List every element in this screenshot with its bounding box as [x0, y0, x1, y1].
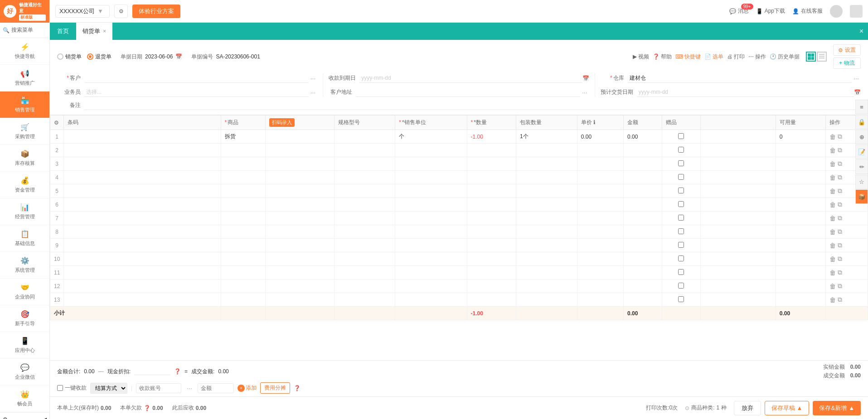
cell-barcode[interactable]	[64, 198, 221, 212]
cell-spec[interactable]	[334, 130, 395, 144]
col-scan-btn[interactable]: 扫码录入	[266, 116, 334, 130]
cell-spec[interactable]	[334, 293, 395, 307]
cell-barcode[interactable]	[64, 212, 221, 225]
cell-qty[interactable]	[467, 157, 516, 171]
float-btn-6[interactable]: ☆	[855, 174, 868, 189]
cell-pkg-qty[interactable]	[516, 157, 577, 171]
sidebar-item-basic-info[interactable]: 📋 基础信息	[0, 225, 49, 252]
float-btn-5[interactable]: ✏	[855, 159, 868, 174]
cell-product[interactable]	[221, 293, 266, 307]
cell-product[interactable]	[221, 225, 266, 239]
cell-spec[interactable]	[334, 171, 395, 184]
copy-row-icon[interactable]: ⧉	[838, 296, 842, 303]
cell-pkg-qty[interactable]: 1个	[516, 130, 577, 144]
select-btn[interactable]: 📄 选单	[704, 53, 723, 61]
tab-bar-close-icon[interactable]: ×	[859, 27, 863, 35]
cell-spec[interactable]	[334, 225, 395, 239]
copy-row-icon[interactable]: ⧉	[838, 133, 842, 140]
remarks-input[interactable]	[84, 101, 861, 110]
cell-barcode[interactable]	[64, 225, 221, 239]
cell-barcode[interactable]	[64, 144, 221, 157]
cell-unit[interactable]	[395, 293, 467, 307]
fee-split-button[interactable]: 费用分摊	[260, 382, 290, 394]
cell-price[interactable]	[577, 157, 623, 171]
cell-spec[interactable]	[334, 144, 395, 157]
cell-spec[interactable]	[334, 252, 395, 266]
cell-qty[interactable]	[467, 293, 516, 307]
delete-row-icon[interactable]: 🗑	[829, 147, 836, 154]
cell-unit[interactable]	[395, 144, 467, 157]
cell-gift[interactable]	[662, 184, 700, 198]
cell-price[interactable]: 0.00	[577, 130, 623, 144]
float-btn-7[interactable]: 📦	[855, 189, 868, 204]
payment-due-calendar-icon[interactable]: 📅	[582, 75, 589, 82]
cell-qty[interactable]	[467, 212, 516, 225]
settings-icon[interactable]: ⚙	[3, 416, 8, 419]
delete-row-icon[interactable]: 🗑	[829, 296, 836, 303]
sidebar-item-app-center[interactable]: 📱 应用中心	[0, 332, 49, 359]
copy-row-icon[interactable]: ⧉	[838, 173, 842, 181]
cell-unit[interactable]	[395, 212, 467, 225]
one-click-pay-check[interactable]	[57, 385, 63, 391]
cell-price[interactable]	[577, 266, 623, 279]
cell-pkg-qty[interactable]	[516, 293, 577, 307]
delete-row-icon[interactable]: 🗑	[829, 188, 836, 195]
cell-unit[interactable]	[395, 157, 467, 171]
cell-qty[interactable]	[467, 184, 516, 198]
cell-barcode[interactable]	[64, 239, 221, 252]
cell-price[interactable]	[577, 225, 623, 239]
cell-spec[interactable]	[334, 212, 395, 225]
cell-pkg-qty[interactable]	[516, 266, 577, 279]
calendar-icon[interactable]: 📅	[175, 53, 182, 60]
cell-product[interactable]: 拆货	[221, 130, 266, 144]
sidebar-item-corp-wechat[interactable]: 💬 企业微信	[0, 359, 49, 385]
cell-qty[interactable]: -1.00	[467, 130, 516, 144]
cell-amount[interactable]	[624, 157, 662, 171]
delete-row-icon[interactable]: 🗑	[829, 215, 836, 222]
cell-price[interactable]	[577, 171, 623, 184]
cell-gift[interactable]	[662, 144, 700, 157]
avatar2[interactable]	[850, 5, 863, 18]
cell-spec[interactable]	[334, 279, 395, 293]
cell-amount[interactable]	[624, 239, 662, 252]
cell-gift[interactable]	[662, 239, 700, 252]
cell-unit[interactable]	[395, 198, 467, 212]
cell-unit[interactable]	[395, 279, 467, 293]
cell-unit[interactable]	[395, 239, 467, 252]
logistics-button[interactable]: + 物流	[833, 58, 861, 69]
radio-sales-order[interactable]: 销货单	[57, 53, 82, 61]
search-menu[interactable]: 🔍 搜索菜单	[0, 23, 49, 38]
copy-row-icon[interactable]: ⧉	[838, 201, 842, 208]
discard-button[interactable]: 放弃	[734, 401, 761, 415]
cell-product[interactable]	[221, 184, 266, 198]
cell-gift[interactable]	[662, 198, 700, 212]
cell-pkg-qty[interactable]	[516, 184, 577, 198]
cell-qty[interactable]	[467, 225, 516, 239]
cell-amount[interactable]	[624, 198, 662, 212]
video-btn[interactable]: ▶ 视频	[633, 53, 649, 61]
cell-price[interactable]	[577, 212, 623, 225]
cell-amount[interactable]	[624, 266, 662, 279]
cell-unit[interactable]	[395, 171, 467, 184]
bank-account-dots-btn[interactable]: ···	[185, 385, 194, 392]
cell-spec[interactable]	[334, 184, 395, 198]
sidebar-item-inventory[interactable]: 📦 库存核算	[0, 145, 49, 172]
cell-barcode[interactable]	[64, 293, 221, 307]
delete-row-icon[interactable]: 🗑	[829, 228, 836, 236]
cell-qty[interactable]	[467, 198, 516, 212]
cell-amount[interactable]	[624, 225, 662, 239]
cell-pkg-qty[interactable]	[516, 171, 577, 184]
settlement-method-select[interactable]: 结算方式	[90, 383, 127, 394]
cell-product[interactable]	[221, 239, 266, 252]
cell-barcode[interactable]	[64, 266, 221, 279]
sidebar-item-quick-nav[interactable]: ⚡ 快捷导航	[0, 38, 49, 65]
cell-price[interactable]	[577, 279, 623, 293]
tab-home[interactable]: 首页	[50, 23, 76, 40]
cell-gift[interactable]	[662, 171, 700, 184]
cell-price[interactable]	[577, 293, 623, 307]
copy-row-icon[interactable]: ⧉	[838, 187, 842, 195]
cell-barcode[interactable]	[64, 252, 221, 266]
company-selector[interactable]: XXXXXX公司 ▼	[55, 5, 110, 18]
sidebar-item-sales-mgmt[interactable]: 🏪 销售管理	[0, 92, 49, 118]
online-service-button[interactable]: 👤 在线客服	[792, 7, 823, 15]
